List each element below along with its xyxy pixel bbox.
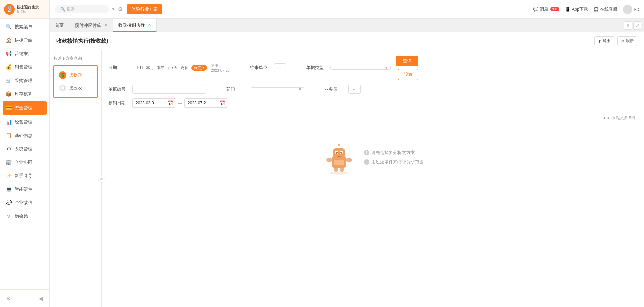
member-icon: V <box>5 213 12 219</box>
wechat-icon: 💬 <box>5 199 12 206</box>
message-icon: 💬 <box>533 7 538 12</box>
global-search[interactable]: 🔍 搜索 <box>55 5 109 13</box>
empty-state: 1 请先选择要分析的方案 2 用过滤条件来缩小分析范围 <box>108 122 637 196</box>
inventory-icon: 📦 <box>5 91 12 97</box>
empty-tips: 1 请先选择要分析的方案 2 用过滤条件来缩小分析范围 <box>364 150 424 168</box>
logo-badge: 标准版 <box>17 9 39 14</box>
tabs-actions: ✕ ⤢ <box>621 19 644 32</box>
sidebar-item-guide[interactable]: ✨ 新手引导 <box>0 169 49 183</box>
sidebar-nav: 🔍 搜索菜单 🏠 快捷导航 📢 营销推广 💰 销售管理 🛒 采购管理 📦 库存核… <box>0 19 49 289</box>
date-link-this-month[interactable]: 本月 <box>146 65 154 71</box>
sidebar-item-label: 畅会员 <box>15 213 28 219</box>
app-download-button[interactable]: 📱 App下载 <box>565 6 588 12</box>
settings-button[interactable]: 设置 <box>398 69 418 80</box>
date-link-last-month[interactable]: 上月 <box>135 65 143 71</box>
sidebar-item-quick-nav[interactable]: 🏠 快捷导航 <box>0 34 49 47</box>
home-icon: 🏠 <box>5 37 12 44</box>
tab-expand-button[interactable]: ⤢ <box>633 21 641 30</box>
sidebar-item-enterprise[interactable]: 🏢 企业协同 <box>0 156 49 169</box>
robot-svg <box>322 142 356 176</box>
headset-icon: 🎧 <box>593 7 599 12</box>
date-label: 日期 <box>108 65 132 71</box>
tab-prepay[interactable]: 预付冲应付单 ✕ <box>69 19 113 32</box>
date-link-more[interactable]: 更多 <box>180 65 189 71</box>
query-button[interactable]: 查询 <box>396 56 418 66</box>
sidebar-item-member[interactable]: V 畅会员 <box>0 209 49 223</box>
tab-home[interactable]: 首页 <box>50 19 69 32</box>
topbar-gear-icon[interactable]: ⚙ <box>118 6 123 12</box>
voucher-no-input[interactable] <box>132 85 206 94</box>
online-service-button[interactable]: 🎧 在线客服 <box>593 6 618 12</box>
staff-input[interactable]: ··· <box>348 85 361 94</box>
counterparty-input[interactable]: ··· <box>274 63 286 72</box>
sidebar-item-marketing[interactable]: 📢 营销推广 <box>0 47 49 60</box>
tab-home-label: 首页 <box>55 22 64 29</box>
collapse-more-button[interactable]: ▲▲ 收起更多条件 <box>601 114 637 122</box>
date-link-this-year[interactable]: 本年 <box>157 65 165 71</box>
step1-number: 1 <box>364 150 369 155</box>
tab-close-all-button[interactable]: ✕ <box>624 21 632 30</box>
export-button[interactable]: ⬆ 导出 <box>594 36 614 46</box>
empty-illustration <box>322 142 356 176</box>
logo-icon: 🐰 <box>4 4 15 15</box>
page-header: 收款核销执行(按收款) ⬆ 导出 ↻ 刷新 <box>50 32 644 50</box>
receipt-icon: 💲 <box>59 71 66 79</box>
filter-collapse-button[interactable]: ≫ <box>98 175 105 183</box>
sidebar-item-operations[interactable]: 📊 经营管理 <box>0 115 49 129</box>
date-custom-badge[interactable]: 自定义 <box>191 65 207 71</box>
step2-number: 2 <box>364 159 369 165</box>
sidebar-item-label: 资金管理 <box>15 105 32 111</box>
svg-point-9 <box>336 152 338 154</box>
sidebar-collapse-button[interactable]: ◀ <box>36 294 45 303</box>
date-range-dash: — <box>178 101 182 106</box>
query-form: 日期 上月 本月 本年 近7天 更多 自定义 不限 2023-07-26 <box>108 56 637 122</box>
sidebar-item-wechat[interactable]: 💬 企业微信 <box>0 196 49 209</box>
tip2-text: 用过滤条件来缩小分析范围 <box>371 159 424 165</box>
sidebar-item-hardware[interactable]: 💻 智能硬件 <box>0 183 49 196</box>
avatar <box>623 5 632 14</box>
sidebar-item-label: 库存核算 <box>15 91 32 97</box>
user-profile[interactable]: Rit <box>623 5 639 14</box>
sidebar-item-purchase[interactable]: 🛒 采购管理 <box>0 74 49 87</box>
tab-receipt-cancel[interactable]: 收款核销执行 ✕ <box>113 19 157 32</box>
calendar-icon: 📅 <box>219 100 225 106</box>
sidebar-bottom: ⚙ ◀ <box>0 289 49 307</box>
refresh-button[interactable]: ↻ 刷新 <box>617 36 637 46</box>
tab-prepay-close-icon[interactable]: ✕ <box>104 23 107 28</box>
sidebar-item-label: 智能硬件 <box>15 186 32 192</box>
voucher-type-select[interactable]: ▼ <box>330 66 391 70</box>
sidebar-settings-button[interactable]: ⚙ <box>4 294 13 303</box>
date-row: 日期 上月 本月 本年 近7天 更多 自定义 不限 2023-07-26 <box>108 56 637 80</box>
chevron-down-icon: ▼ <box>298 87 302 92</box>
voucher-type-label: 单据类型 <box>306 65 330 71</box>
svg-rect-5 <box>346 158 352 162</box>
tab-receipt-cancel-close-icon[interactable]: ✕ <box>148 23 151 27</box>
finance-icon: 💳 <box>5 105 12 111</box>
search-chevron-icon[interactable]: ▼ <box>111 7 115 12</box>
content-body: 按以下方案查询 💲 按收款 🕐 按应收 ≫ <box>50 50 644 307</box>
phone-icon: 📱 <box>565 7 570 12</box>
sidebar-item-system[interactable]: ⚙ 系统管理 <box>0 142 49 156</box>
industry-btn[interactable]: 体验行业方案 <box>127 4 162 14</box>
chevron-down-icon: ▼ <box>384 65 388 70</box>
sidebar-item-inventory[interactable]: 📦 库存核算 <box>0 87 49 101</box>
sidebar-item-search[interactable]: 🔍 搜索菜单 <box>0 20 49 34</box>
department-select[interactable]: ▼ <box>251 87 304 91</box>
date-link-7days[interactable]: 近7天 <box>167 65 178 71</box>
basic-info-icon: 📋 <box>5 132 12 139</box>
sidebar-item-sales[interactable]: 💰 销售管理 <box>0 60 49 74</box>
logo-name: 畅捷通好生意 <box>17 5 39 9</box>
sidebar-item-finance[interactable]: 💳 资金管理 <box>3 101 47 115</box>
write-off-end-input[interactable]: 2023-07-21 📅 <box>184 98 228 108</box>
user-name: Rit <box>634 7 639 12</box>
sidebar-item-label: 企业微信 <box>15 200 32 206</box>
purchase-icon: 🛒 <box>5 77 12 84</box>
counterparty-label: 往来单位 <box>250 65 274 71</box>
sidebar-item-basic-info[interactable]: 📋 基础信息 <box>0 129 49 142</box>
svg-rect-13 <box>334 160 344 165</box>
filter-item-by-receivable[interactable]: 🕐 按应收 <box>55 82 96 94</box>
message-button[interactable]: 💬 消息 99+ <box>533 6 559 12</box>
write-off-start-input[interactable]: 2023-03-01 📅 <box>132 98 176 108</box>
sidebar-item-label: 搜索菜单 <box>15 24 32 30</box>
filter-item-by-receipt[interactable]: 💲 按收款 <box>55 69 96 82</box>
